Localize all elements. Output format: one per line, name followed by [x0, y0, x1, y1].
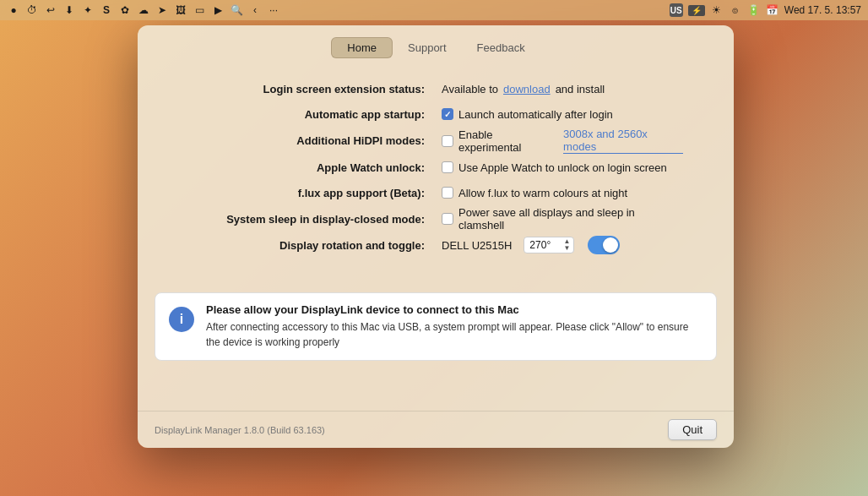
row-apple-watch: Apple Watch unlock: Use Apple Watch to u… [188, 155, 683, 179]
row-rotation: Display rotation and toggle: DELL U2515H… [188, 233, 683, 257]
tab-support[interactable]: Support [393, 38, 462, 57]
version-text: DisplayLink Manager 1.8.0 (Build 63.163) [155, 425, 325, 435]
label-hidpi: Additional HiDPI modes: [188, 134, 442, 147]
rotation-toggle[interactable] [588, 236, 620, 254]
download-link[interactable]: download [503, 83, 551, 95]
row-sleep: System sleep in display-closed mode: Pow… [188, 206, 683, 232]
sparkle-icon[interactable]: ✦ [81, 3, 95, 17]
label-login-screen: Login screen extension status: [188, 83, 442, 95]
checkbox-flux[interactable] [442, 187, 453, 199]
keyboard-icon[interactable]: US [670, 3, 683, 17]
text-auto-startup: Launch automatically after login [458, 108, 613, 121]
login-status-pre: Available to [442, 83, 498, 95]
undo-icon[interactable]: ↩ [44, 3, 57, 17]
checkbox-hidpi[interactable] [442, 135, 453, 147]
label-rotation: Display rotation and toggle: [188, 239, 442, 252]
value-rotation: DELL U2515H 270° ▲ ▼ [442, 236, 683, 254]
quit-button[interactable]: Quit [668, 419, 717, 440]
degree-arrows: ▲ ▼ [563, 238, 570, 252]
battery-status-icon: 🔋 [747, 3, 761, 17]
settings-content: Login screen extension status: Available… [138, 68, 734, 267]
battery-icon: ⚡ [688, 5, 705, 16]
label-apple-watch: Apple Watch unlock: [188, 161, 442, 174]
tab-feedback[interactable]: Feedback [462, 38, 540, 57]
tab-home[interactable]: Home [331, 37, 393, 58]
row-hidpi: Additional HiDPI modes: Enable experimen… [188, 128, 683, 154]
app-window: Home Support Feedback Login screen exten… [138, 25, 734, 448]
text-hidpi-pre: Enable experimental [458, 128, 558, 154]
text-flux: Allow f.lux to warm colours at night [458, 187, 627, 199]
checkbox-apple-watch[interactable] [442, 161, 453, 173]
timer-icon[interactable]: ⏱ [25, 3, 39, 17]
row-auto-startup: Automatic app startup: Launch automatica… [188, 102, 683, 126]
info-icon: i [169, 307, 194, 332]
login-status-post: and install [556, 83, 605, 95]
row-login-screen: Login screen extension status: Available… [188, 77, 683, 101]
value-hidpi: Enable experimental 3008x and 2560x mode… [442, 128, 683, 154]
photo-icon[interactable]: 🖼 [174, 3, 187, 17]
display-name: DELL U2515H [442, 239, 512, 252]
search-icon[interactable]: 🔍 [230, 3, 243, 17]
value-flux: Allow f.lux to warm colours at night [442, 187, 683, 199]
label-flux: f.lux app support (Beta): [188, 187, 442, 199]
tab-bar: Home Support Feedback [138, 25, 734, 68]
toggle-knob [603, 237, 618, 253]
viber-icon[interactable]: ● [7, 3, 20, 17]
menubar: ● ⏱ ↩ ⬇ ✦ S ✿ ☁ ➤ 🖼 ▭ ▶ 🔍 ‹ ··· US ⚡ ☀ ⌾… [0, 0, 868, 20]
value-auto-startup: Launch automatically after login [442, 108, 683, 121]
display-icon[interactable]: ▭ [193, 3, 206, 17]
degree-value: 270° [529, 239, 551, 251]
value-login-screen: Available to download and install [442, 83, 683, 95]
wifi-icon[interactable]: ⌾ [729, 3, 742, 17]
hidpi-link[interactable]: 3008x and 2560x modes [563, 128, 683, 154]
info-title: Please allow your DisplayLink device to … [206, 303, 703, 316]
play-icon[interactable]: ▶ [211, 3, 225, 17]
menubar-right: US ⚡ ☀ ⌾ 🔋 📅 Wed 17. 5. 13:57 [670, 3, 861, 17]
cloud-icon[interactable]: ☁ [137, 3, 150, 17]
label-sleep: System sleep in display-closed mode: [188, 213, 442, 226]
info-text-block: Please allow your DisplayLink device to … [206, 303, 703, 350]
text-apple-watch: Use Apple Watch to unlock on login scree… [458, 161, 667, 174]
text-sleep: Power save all displays and sleep in cla… [458, 206, 683, 232]
download-icon[interactable]: ⬇ [62, 3, 76, 17]
value-apple-watch: Use Apple Watch to unlock on login scree… [442, 161, 683, 174]
row-flux: f.lux app support (Beta): Allow f.lux to… [188, 181, 683, 204]
brightness-icon[interactable]: ☀ [710, 3, 724, 17]
clock: Wed 17. 5. 13:57 [784, 4, 861, 16]
value-sleep: Power save all displays and sleep in cla… [442, 206, 683, 232]
notification-icon[interactable]: 📅 [766, 3, 779, 17]
s-icon[interactable]: S [100, 3, 113, 17]
flower-icon[interactable]: ✿ [118, 3, 132, 17]
send-icon[interactable]: ➤ [155, 3, 169, 17]
more-icon[interactable]: ··· [267, 3, 280, 17]
checkbox-auto-startup[interactable] [442, 108, 453, 120]
degree-select[interactable]: 270° ▲ ▼ [524, 237, 574, 253]
info-banner: i Please allow your DisplayLink device t… [155, 292, 717, 361]
info-body: After connecting accessory to this Mac v… [206, 319, 703, 350]
checkbox-sleep[interactable] [442, 213, 453, 225]
footer: DisplayLink Manager 1.8.0 (Build 63.163)… [138, 411, 734, 448]
back-icon[interactable]: ‹ [248, 3, 262, 17]
label-auto-startup: Automatic app startup: [188, 108, 442, 121]
menubar-left: ● ⏱ ↩ ⬇ ✦ S ✿ ☁ ➤ 🖼 ▭ ▶ 🔍 ‹ ··· [7, 3, 280, 17]
